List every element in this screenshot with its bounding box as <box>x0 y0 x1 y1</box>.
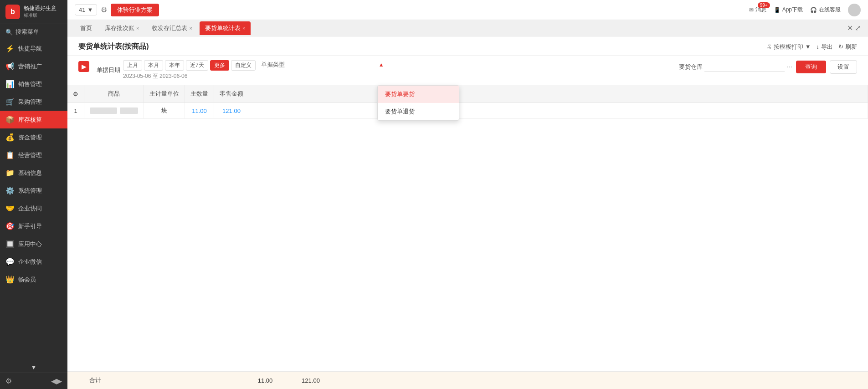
order-type-filter: 单据类型 ▲ <box>261 60 384 69</box>
tab-receive-summary[interactable]: 收发存汇总表 × <box>146 21 197 35</box>
page-title: 要货单统计表(按商品) <box>78 42 149 51</box>
order-type-arrow[interactable]: ▲ <box>379 61 384 68</box>
trial-btn[interactable]: 体验行业方案 <box>111 4 159 16</box>
date-btn-this-month[interactable]: 本月 <box>144 60 163 71</box>
sales-icon: 📊 <box>5 80 15 88</box>
online-service-btn[interactable]: 🎧 在线客服 <box>810 6 841 14</box>
quick-nav-icon: ⚡ <box>5 44 15 53</box>
expand-icon: ▶ <box>82 63 87 70</box>
table-header-product: 商品 <box>84 85 144 103</box>
date-filter: 单据日期 上月 本月 本年 近7天 更多 自定义 2023-05-06 至 20… <box>97 60 256 80</box>
tenant-selector[interactable]: 41 ▼ <box>75 4 97 15</box>
sidebar-item-purchase[interactable]: 🛒 采购管理 <box>0 93 67 111</box>
sidebar-scroll-down[interactable]: ▼ <box>0 362 67 373</box>
search-menu[interactable]: 🔍 搜索菜单 <box>0 24 67 40</box>
app-sub: 标准版 <box>24 12 56 19</box>
table-footer: 合计 11.00 121.00 <box>67 371 868 389</box>
table-header-settings[interactable]: ⚙ <box>67 85 84 103</box>
tab-goods-order-close[interactable]: × <box>242 26 245 31</box>
filter-group: 单据日期 上月 本月 本年 近7天 更多 自定义 2023-05-06 至 20… <box>97 60 672 80</box>
sidebar-item-label: 畅会员 <box>18 276 36 284</box>
sidebar-item-sales[interactable]: 📊 销售管理 <box>0 75 67 93</box>
guide-icon: 🎯 <box>5 222 15 230</box>
row-unit: 块 <box>144 103 185 119</box>
messages-badge: 99+ <box>758 2 770 8</box>
topbar-right: ✉ 消息 99+ 📱 App下载 🎧 在线客服 <box>749 4 861 16</box>
warehouse-input[interactable] <box>704 62 785 72</box>
sidebar-item-finance[interactable]: 💰 资金管理 <box>0 128 67 146</box>
topbar-settings-icon[interactable]: ⚙ <box>101 5 107 14</box>
warehouse-filter: 要货仓库 ··· <box>679 62 792 72</box>
topbar-left: 41 ▼ ⚙ 体验行业方案 <box>75 4 744 16</box>
dropdown-item-goods-return[interactable]: 要货单退货 <box>378 103 459 120</box>
tab-inventory-batch[interactable]: 库存批次账 × <box>99 21 144 35</box>
tab-goods-order[interactable]: 要货单统计表 × <box>200 21 251 35</box>
sidebar-item-label: 库存核算 <box>18 116 42 124</box>
tab-goods-order-label: 要货单统计表 <box>205 24 241 32</box>
sidebar-item-system[interactable]: ⚙️ 系统管理 <box>0 182 67 200</box>
close-all-icon[interactable]: ✕ <box>847 24 853 32</box>
order-type-dropdown: 要货单要货 要货单退货 <box>377 85 459 121</box>
sidebar-item-member[interactable]: 👑 畅会员 <box>0 271 67 288</box>
tab-home-label: 首页 <box>80 24 92 32</box>
date-label: 单据日期 <box>97 66 120 74</box>
user-avatar[interactable] <box>848 4 861 16</box>
refresh-icon: ↻ <box>838 43 843 50</box>
footer-quantity: 11.00 <box>242 377 288 384</box>
filter-bar: ▶ 单据日期 上月 本月 本年 近7天 更多 自定义 2023-05-06 至 … <box>67 56 868 85</box>
sidebar-item-label: 快捷导航 <box>18 45 42 53</box>
dropdown-item-goods-order[interactable]: 要货单要货 <box>378 86 459 103</box>
order-type-select-wrap: ▲ <box>288 60 384 69</box>
sidebar-item-enterprise[interactable]: 🤝 企业协同 <box>0 200 67 217</box>
print-dropdown-icon: ▼ <box>805 43 811 50</box>
date-btn-7days[interactable]: 近7天 <box>186 60 208 71</box>
enterprise-icon: 🤝 <box>5 204 15 213</box>
sidebar-bottom: ⚙ ◀▶ <box>0 373 67 389</box>
sidebar-item-quick-nav[interactable]: ⚡ 快捷导航 <box>0 40 67 57</box>
sidebar-item-marketing[interactable]: 📢 营销推广 <box>0 57 67 75</box>
export-btn[interactable]: ↓ 导出 <box>817 43 833 51</box>
sidebar-item-wechat[interactable]: 💬 企业微信 <box>0 253 67 271</box>
print-btn[interactable]: 🖨 按模板打印 ▼ <box>766 43 811 51</box>
refresh-btn[interactable]: ↻ 刷新 <box>838 43 857 51</box>
app-name: 畅捷通好生意 <box>24 5 56 12</box>
sidebar-item-label: 经营管理 <box>18 151 42 159</box>
messages-btn[interactable]: ✉ 消息 99+ <box>749 6 766 14</box>
tab-bar: 首页 库存批次账 × 收发存汇总表 × 要货单统计表 × ✕ ⤢ <box>67 20 868 36</box>
sidebar-item-app-center[interactable]: 🔲 应用中心 <box>0 235 67 253</box>
tab-inventory-batch-close[interactable]: × <box>136 26 139 31</box>
marketing-icon: 📢 <box>5 62 15 71</box>
tenant-dropdown-icon: ▼ <box>87 6 93 13</box>
warehouse-more-icon[interactable]: ··· <box>786 63 792 71</box>
settings-btn[interactable]: 设置 <box>830 60 857 74</box>
sidebar-item-label: 新手引导 <box>18 222 42 230</box>
main-content: 41 ▼ ⚙ 体验行业方案 ✉ 消息 99+ 📱 App下载 🎧 在线客服 <box>67 0 868 389</box>
maximize-icon[interactable]: ⤢ <box>855 24 861 32</box>
sidebar-nav: ⚡ 快捷导航 📢 营销推广 📊 销售管理 🛒 采购管理 📦 库存核算 💰 资金管… <box>0 40 67 362</box>
date-btn-last-month[interactable]: 上月 <box>123 60 142 71</box>
row-amount: 121.00 <box>214 103 249 119</box>
query-btn[interactable]: 查询 <box>796 61 826 73</box>
download-icon: 📱 <box>774 7 781 13</box>
collapse-icon[interactable]: ◀▶ <box>51 377 62 385</box>
sidebar-item-basic[interactable]: 📁 基础信息 <box>0 164 67 182</box>
date-btn-this-year[interactable]: 本年 <box>165 60 184 71</box>
order-type-input[interactable] <box>288 60 377 69</box>
settings-icon[interactable]: ⚙ <box>5 377 12 385</box>
tab-receive-summary-close[interactable]: × <box>189 26 192 31</box>
search-icon: 🔍 <box>5 29 13 36</box>
row-empty <box>249 103 868 119</box>
app-download-btn[interactable]: 📱 App下载 <box>774 6 803 14</box>
data-table: ⚙ 商品 主计量单位 主数量 零售金额 1 <box>67 85 868 119</box>
tab-home[interactable]: 首页 <box>75 21 98 35</box>
sidebar-item-guide[interactable]: 🎯 新手引导 <box>0 217 67 235</box>
date-btn-custom[interactable]: 自定义 <box>231 60 256 71</box>
basic-icon: 📁 <box>5 169 15 177</box>
sidebar-item-operation[interactable]: 📋 经营管理 <box>0 146 67 164</box>
service-icon: 🎧 <box>810 7 817 13</box>
footer-label: 合计 <box>78 376 169 384</box>
date-btn-more[interactable]: 更多 <box>210 60 229 71</box>
filter-expand-btn[interactable]: ▶ <box>78 61 89 72</box>
sidebar-item-inventory[interactable]: 📦 库存核算 <box>0 111 67 128</box>
table-header-empty <box>249 85 868 103</box>
